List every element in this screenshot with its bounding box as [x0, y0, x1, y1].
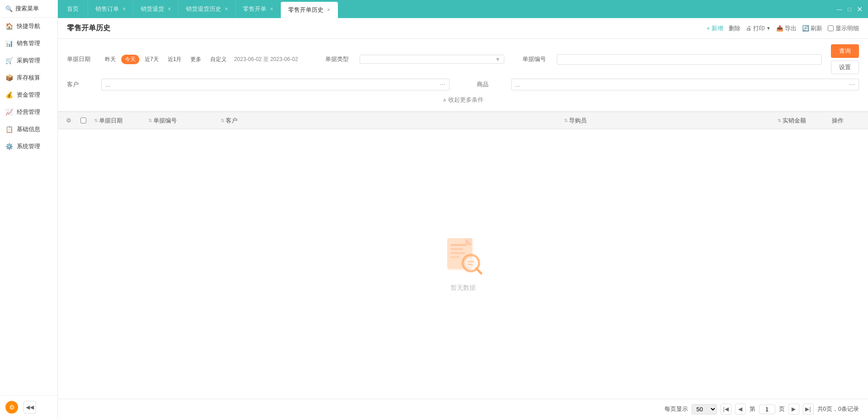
tab-sales-order[interactable]: 销售订单× — [88, 0, 133, 18]
th-guide-sort-icon: ⇅ — [564, 118, 568, 123]
svg-line-9 — [476, 268, 481, 273]
sidebar-item-sales-mgmt[interactable]: 📊销售管理 — [0, 35, 57, 52]
th-guide-label: 导购员 — [569, 117, 587, 125]
filter-settings-button[interactable]: 设置 — [831, 61, 859, 74]
sidebar-item-inventory[interactable]: 📦库存核算 — [0, 69, 57, 86]
th-date-sort-icon: ⇅ — [94, 118, 98, 123]
date-btn-more[interactable]: 更多 — [187, 55, 205, 64]
type-select-arrow: ▼ — [495, 56, 500, 62]
num-filter-input[interactable] — [557, 54, 822, 65]
date-btn-custom[interactable]: 自定义 — [207, 55, 230, 64]
select-all-input[interactable] — [81, 118, 86, 123]
table-select-all-checkbox[interactable] — [76, 118, 90, 123]
nav-icon-finance-mgmt: 💰 — [5, 91, 13, 99]
page-title: 零售开单历史 — [67, 24, 110, 33]
sidebar-search[interactable]: 🔍 搜索菜单 — [0, 0, 57, 18]
window-close-icon[interactable]: ✕ — [857, 5, 863, 14]
th-customer-label: 客户 — [226, 117, 237, 125]
next-page-button[interactable]: ▶ — [788, 404, 799, 414]
query-button[interactable]: 查询 — [831, 44, 859, 58]
customer-filter-input[interactable]: ··· — [101, 79, 450, 90]
th-customer[interactable]: ⇅ 客户 — [217, 117, 560, 125]
th-guide[interactable]: ⇅ 导购员 — [560, 117, 606, 125]
date-btn-7days[interactable]: 近7天 — [141, 55, 162, 64]
tab-close-sales-order[interactable]: × — [123, 6, 126, 12]
display-detail-checkbox[interactable] — [828, 25, 834, 31]
num-filter-label: 单据编号 — [522, 55, 548, 63]
nav-icon-ops-mgmt: 📈 — [5, 108, 13, 116]
sidebar-nav: 🏠快捷导航📊销售管理🛒采购管理📦库存核算💰资金管理📈经营管理📋基础信息⚙️系统管… — [0, 18, 57, 155]
date-btn-1month[interactable]: 近1月 — [164, 55, 185, 64]
tab-label-retail-open: 零售开单 — [243, 5, 266, 13]
sidebar-collapse-button[interactable]: ◀◀ — [24, 401, 36, 414]
th-amount-label: 实销金额 — [783, 117, 806, 125]
tab-close-sales-return[interactable]: × — [168, 6, 171, 12]
nav-label-finance-mgmt: 资金管理 — [17, 91, 40, 99]
goods-input-field[interactable] — [515, 81, 849, 88]
tab-close-retail-open-history[interactable]: × — [327, 7, 330, 13]
per-page-select[interactable]: 50 10 20 100 — [692, 404, 717, 414]
date-btn-yesterday[interactable]: 昨天 — [101, 55, 119, 64]
tab-retail-open[interactable]: 零售开单× — [236, 0, 281, 18]
export-button[interactable]: 📤 导出 — [776, 24, 797, 33]
num-input-field[interactable] — [561, 56, 818, 63]
add-button[interactable]: + 新增 — [707, 24, 723, 33]
delete-button[interactable]: 删除 — [729, 24, 740, 33]
filter-area-wrapper: 单据日期 昨天 今天 近7天 近1月 更多 自定义 2023-06-02 至 2… — [58, 39, 868, 112]
type-filter-label: 单据类型 — [325, 55, 351, 63]
filter-row-1: 单据日期 昨天 今天 近7天 近1月 更多 自定义 2023-06-02 至 2… — [67, 44, 859, 74]
sidebar-item-finance-mgmt[interactable]: 💰资金管理 — [0, 86, 57, 104]
tab-close-sales-return-history[interactable]: × — [225, 6, 228, 12]
th-amount-sort-icon: ⇅ — [778, 118, 781, 123]
nav-icon-quick-nav: 🏠 — [5, 23, 13, 30]
refresh-button[interactable]: 🔄 刷新 — [802, 24, 822, 33]
sidebar-item-quick-nav[interactable]: 🏠快捷导航 — [0, 18, 57, 35]
goods-filter-input[interactable]: ··· — [511, 79, 859, 90]
nav-icon-sales-mgmt: 📊 — [5, 40, 13, 47]
tab-home[interactable]: 首页 — [58, 0, 88, 18]
pagination-bar: 每页显示 50 10 20 100 |◀ ◀ 第 页 ▶ ▶| 共0页，0条记录 — [58, 399, 868, 419]
display-detail-toggle[interactable]: 显示明细 — [828, 24, 859, 33]
print-button[interactable]: 🖨 打印 ▼ — [746, 24, 771, 33]
window-max-icon[interactable]: □ — [848, 6, 851, 13]
tab-retail-open-history[interactable]: 零售开单历史× — [281, 2, 338, 18]
tab-sales-return-history[interactable]: 销货退货历史× — [179, 0, 236, 18]
customer-input-field[interactable] — [105, 81, 439, 88]
type-filter-select[interactable]: ▼ — [360, 55, 504, 64]
tab-label-retail-open-history: 零售开单历史 — [288, 6, 323, 14]
svg-rect-2 — [451, 248, 463, 250]
filter-row-2: 客户 ··· 商品 ··· — [67, 79, 859, 90]
tab-sales-return[interactable]: 销货退货× — [133, 0, 179, 18]
prev-page-button[interactable]: ◀ — [735, 404, 746, 414]
svg-rect-3 — [451, 252, 465, 254]
print-dropdown-icon: ▼ — [766, 26, 771, 31]
th-op-label: 操作 — [832, 117, 844, 125]
nav-label-inventory: 库存核算 — [17, 74, 40, 82]
tab-close-retail-open[interactable]: × — [270, 6, 273, 12]
tab-label-sales-order: 销售订单 — [95, 5, 119, 13]
collapse-more-label: 收起更多条件 — [448, 96, 484, 104]
sidebar-gear-button[interactable]: ⚙ — [5, 401, 18, 414]
nav-icon-base-info: 📋 — [5, 126, 13, 133]
th-num[interactable]: ⇅ 单据编号 — [145, 117, 217, 125]
sidebar-item-sys-mgmt[interactable]: ⚙️系统管理 — [0, 138, 57, 155]
th-amount[interactable]: ⇅ 实销金额 — [774, 117, 828, 125]
sidebar-item-purchase-mgmt[interactable]: 🛒采购管理 — [0, 52, 57, 69]
last-page-button[interactable]: ▶| — [803, 404, 814, 414]
nav-label-base-info: 基础信息 — [17, 125, 40, 133]
th-date[interactable]: ⇅ 单据日期 — [90, 117, 145, 125]
page-header: 零售开单历史 + 新增 删除 🖨 打印 ▼ 📤 导出 🔄 刷新 显示明细 — [58, 18, 868, 39]
collapse-more-btn[interactable]: ∧ 收起更多条件 — [67, 94, 859, 106]
table-header: ⚙ ⇅ 单据日期 ⇅ 单据编号 ⇅ 客户 ⇅ 导购员 ⇅ — [58, 112, 868, 129]
date-btn-today[interactable]: 今天 — [121, 55, 139, 64]
window-min-icon[interactable]: — — [836, 6, 842, 13]
table-settings-icon[interactable]: ⚙ — [62, 117, 76, 124]
nav-icon-inventory: 📦 — [5, 74, 13, 81]
tab-bar-right: — □ ✕ — [836, 0, 868, 18]
customer-filter-label: 客户 — [67, 80, 92, 89]
page-number-input[interactable] — [759, 405, 775, 414]
sidebar-item-base-info[interactable]: 📋基础信息 — [0, 121, 57, 138]
first-page-button[interactable]: |◀ — [721, 404, 731, 414]
sidebar-item-ops-mgmt[interactable]: 📈经营管理 — [0, 104, 57, 121]
table-area: ⚙ ⇅ 单据日期 ⇅ 单据编号 ⇅ 客户 ⇅ 导购员 ⇅ — [58, 112, 868, 419]
